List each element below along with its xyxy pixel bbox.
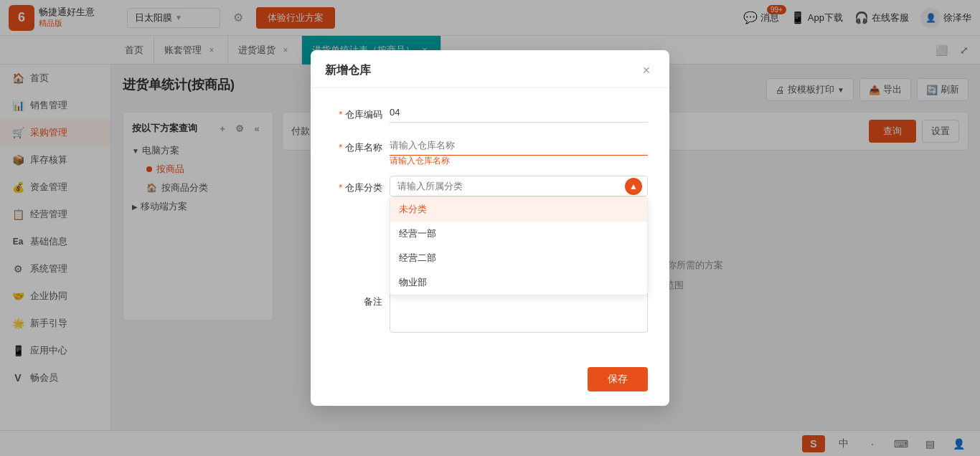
category-input[interactable] [390,176,648,196]
dialog-new-warehouse: 新增仓库 × * 仓库编码 * 仓库名称 请输入仓库名称 [311,50,669,406]
dialog-header: 新增仓库 × [311,50,669,88]
dropdown-item-uncategorized[interactable]: 未分类 [390,197,647,222]
category-select-wrap: ▲ 未分类 经营一部 经营二部 物业部 [390,176,648,196]
code-label: * 仓库编码 [332,103,390,121]
code-input[interactable] [390,103,648,123]
form-row-category: * 仓库分类 ▲ 未分类 经营一部 经营二部 物业部 [332,176,648,196]
dropdown-item-dept2[interactable]: 经营二部 [390,246,647,270]
name-label: * 仓库名称 [332,136,390,154]
name-input[interactable] [390,136,648,156]
category-dropdown: 未分类 经营一部 经营二部 物业部 [390,196,648,295]
form-row-code: * 仓库编码 [332,103,648,123]
category-arrow-icon[interactable]: ▲ [625,178,642,195]
dialog-body: * 仓库编码 * 仓库名称 请输入仓库名称 * [311,88,669,360]
note-textarea[interactable] [390,290,648,333]
form-row-note: 备注 [332,290,648,333]
dialog-close-button[interactable]: × [638,62,655,79]
dropdown-item-dept1[interactable]: 经营一部 [390,222,647,246]
category-label: * 仓库分类 [332,176,390,194]
dialog-title: 新增仓库 [325,63,371,78]
dropdown-item-dept3[interactable]: 物业部 [390,270,647,295]
note-label: 备注 [332,290,390,308]
form-row-name: * 仓库名称 请输入仓库名称 [332,136,648,156]
save-button[interactable]: 保存 [588,367,648,391]
modal-overlay: 新增仓库 × * 仓库编码 * 仓库名称 请输入仓库名称 [0,0,980,456]
dialog-footer: 保存 [311,360,669,406]
name-error-message: 请输入仓库名称 [390,155,450,167]
